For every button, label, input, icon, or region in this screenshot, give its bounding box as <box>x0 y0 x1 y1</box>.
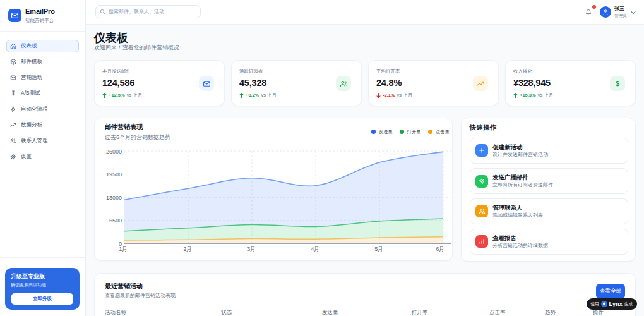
svg-text:6月: 6月 <box>436 246 444 252</box>
svg-text:5月: 5月 <box>374 246 383 252</box>
svg-text:1月: 1月 <box>119 246 127 252</box>
svg-text:19500: 19500 <box>106 171 122 178</box>
svg-text:2月: 2月 <box>183 246 191 252</box>
svg-text:26000: 26000 <box>106 149 122 155</box>
svg-text:3月: 3月 <box>247 246 255 252</box>
svg-text:4月: 4月 <box>311 246 319 252</box>
svg-text:13000: 13000 <box>106 195 122 201</box>
svg-text:6500: 6500 <box>109 217 122 224</box>
